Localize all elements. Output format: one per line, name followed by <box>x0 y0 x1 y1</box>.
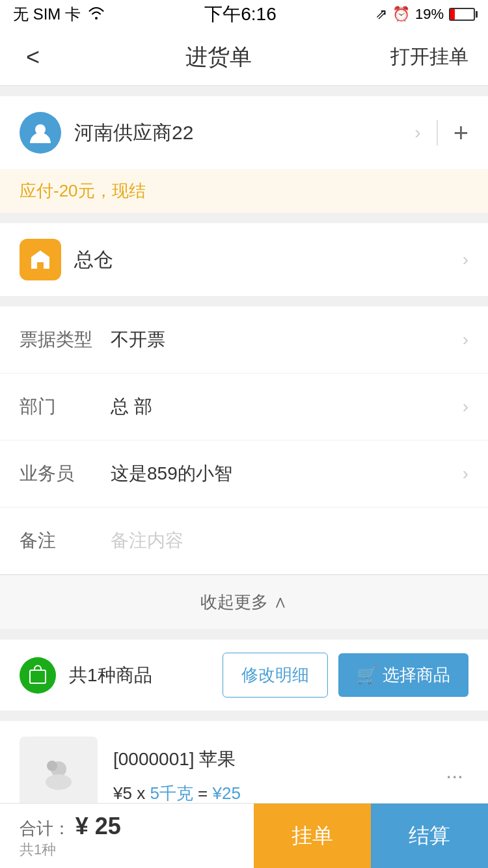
invoice-chevron-icon: › <box>463 329 468 350</box>
warehouse-row[interactable]: 总仓 › <box>0 223 488 296</box>
add-supplier-button[interactable]: + <box>454 118 468 148</box>
total-value: ¥25 <box>213 783 241 803</box>
warehouse-name: 总仓 <box>74 247 463 273</box>
collapse-button[interactable]: 收起更多 ∧ <box>0 575 488 629</box>
warehouse-chevron-icon: › <box>463 249 468 270</box>
nav-bar: < 进货单 打开挂单 <box>0 29 488 86</box>
supplier-row[interactable]: 河南供应商22 › + <box>0 96 488 169</box>
product-count-text: 共1种商品 <box>69 663 223 688</box>
department-value: 总 部 <box>98 394 463 419</box>
supplier-avatar <box>20 112 61 154</box>
equals-sign: = <box>198 783 212 803</box>
status-time: 下午6:16 <box>204 2 277 27</box>
carrier-text: 无 SIM 卡 <box>13 4 81 25</box>
invoice-type-label: 票据类型 <box>20 327 98 352</box>
wifi-icon <box>87 5 105 23</box>
total-area: 合计： ¥ 25 共1种 <box>0 813 254 860</box>
product-info: [0000001] 苹果 ¥5 x 5千克 = ¥25 <box>113 747 425 805</box>
total-amount: ¥ 25 <box>75 813 121 839</box>
quantity-value: 5千克 <box>150 783 193 803</box>
svg-point-4 <box>47 761 57 771</box>
price-value: ¥5 x <box>113 783 150 803</box>
total-count: 共1种 <box>20 840 234 860</box>
status-right: ⇗ ⏰ 19% <box>375 6 475 23</box>
remark-input[interactable]: 备注内容 <box>98 528 468 553</box>
more-options-button[interactable]: ··· <box>441 759 468 793</box>
warehouse-icon <box>20 239 61 280</box>
salesman-value: 这是859的小智 <box>98 461 463 486</box>
status-left: 无 SIM 卡 <box>13 4 105 25</box>
svg-rect-2 <box>30 670 46 683</box>
bottom-bar: 合计： ¥ 25 共1种 挂单 结算 <box>0 803 488 868</box>
invoice-type-value: 不开票 <box>98 327 463 352</box>
product-code: [0000001] <box>113 749 199 769</box>
product-name: [0000001] 苹果 <box>113 747 425 772</box>
warehouse-card[interactable]: 总仓 › <box>0 223 488 296</box>
remark-row[interactable]: 备注 备注内容 <box>0 508 488 575</box>
department-chevron-icon: › <box>463 396 468 417</box>
main-content: 河南供应商22 › + 应付-20元，现结 总仓 › 票据类型 不开票 › <box>0 96 488 868</box>
form-card: 票据类型 不开票 › 部门 总 部 › 业务员 这是859的小智 › 备注 备注… <box>0 306 488 629</box>
select-product-label: 选择商品 <box>383 664 450 686</box>
salesman-chevron-icon: › <box>463 463 468 484</box>
hold-button[interactable]: 挂单 <box>254 804 371 868</box>
page-title: 进货单 <box>185 42 252 72</box>
svg-point-5 <box>46 774 72 790</box>
svg-rect-1 <box>37 262 44 269</box>
product-price: ¥5 x 5千克 = ¥25 <box>113 782 425 805</box>
product-count-icon <box>20 657 56 694</box>
battery-icon <box>449 8 475 21</box>
battery-text: 19% <box>415 6 444 23</box>
supplier-name: 河南供应商22 <box>74 120 414 146</box>
back-button[interactable]: < <box>20 37 46 77</box>
settle-button[interactable]: 结算 <box>371 804 488 868</box>
open-hold-button[interactable]: 打开挂单 <box>390 44 468 70</box>
edit-detail-button[interactable]: 修改明细 <box>223 653 328 698</box>
remark-label: 备注 <box>20 528 98 553</box>
chevron-right-icon: › <box>414 122 420 143</box>
salesman-row[interactable]: 业务员 这是859的小智 › <box>0 441 488 508</box>
department-label: 部门 <box>20 394 98 419</box>
salesman-label: 业务员 <box>20 461 98 486</box>
notice-text: 应付-20元，现结 <box>20 181 146 200</box>
product-section: 共1种商品 修改明细 🛒 选择商品 <box>0 640 488 711</box>
divider <box>437 120 438 146</box>
status-bar: 无 SIM 卡 下午6:16 ⇗ ⏰ 19% <box>0 0 488 29</box>
cart-icon: 🛒 <box>357 665 377 685</box>
select-product-button[interactable]: 🛒 选择商品 <box>338 653 468 697</box>
location-icon: ⇗ <box>375 6 387 23</box>
total-row: 合计： ¥ 25 <box>20 813 234 840</box>
supplier-card: 河南供应商22 › + 应付-20元，现结 <box>0 96 488 213</box>
invoice-type-row[interactable]: 票据类型 不开票 › <box>0 306 488 373</box>
notice-banner: 应付-20元，现结 <box>0 169 488 213</box>
product-header: 共1种商品 修改明细 🛒 选择商品 <box>0 640 488 711</box>
total-label: 合计： <box>20 819 70 838</box>
alarm-icon: ⏰ <box>392 6 410 23</box>
product-title: 苹果 <box>199 749 236 769</box>
department-row[interactable]: 部门 总 部 › <box>0 373 488 441</box>
